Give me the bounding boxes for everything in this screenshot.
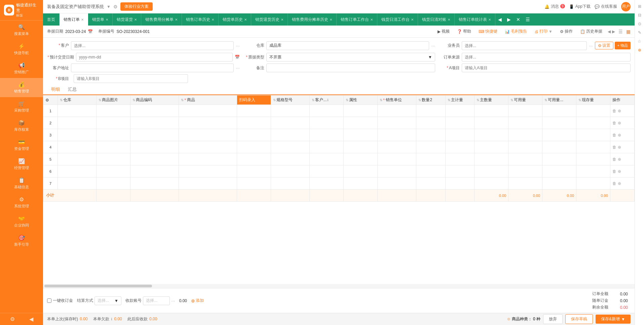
table-cell[interactable]: [576, 117, 610, 129]
col-sort-icon[interactable]: ⇅: [477, 98, 479, 102]
tab-close-icon[interactable]: ✕: [411, 18, 414, 22]
table-cell[interactable]: [97, 153, 130, 165]
tab-return-history[interactable]: 销货退货历史 ✕: [251, 13, 288, 26]
column-settings-icon[interactable]: ⚙: [45, 98, 49, 103]
table-cell[interactable]: [58, 129, 97, 141]
tab-close-icon[interactable]: ✕: [175, 18, 178, 22]
table-cell[interactable]: [179, 129, 237, 141]
table-cell[interactable]: [344, 165, 378, 177]
table-cell[interactable]: [310, 153, 344, 165]
calendar-icon[interactable]: 📅: [88, 29, 93, 34]
tab-detail[interactable]: 明细: [47, 84, 64, 95]
col-settings[interactable]: ⚙: [43, 95, 58, 105]
table-cell[interactable]: [445, 177, 474, 190]
table-cell[interactable]: [416, 117, 445, 129]
table-cell[interactable]: [475, 117, 508, 129]
row-actions[interactable]: 🗑⊕: [610, 129, 634, 141]
tab-sales-order[interactable]: 销售订单 ✕: [60, 13, 88, 26]
table-cell[interactable]: [576, 105, 610, 117]
table-cell[interactable]: [508, 165, 542, 177]
table-cell[interactable]: [508, 105, 542, 117]
table-row[interactable]: 2🗑⊕: [43, 117, 635, 129]
row-actions[interactable]: 🗑⊕: [610, 117, 634, 129]
col-sort-icon[interactable]: ⇅: [312, 98, 314, 102]
col-scan[interactable]: 扫码录入: [237, 95, 271, 105]
settings-icon[interactable]: ⚙: [113, 4, 118, 9]
table-cell[interactable]: [130, 141, 179, 153]
delete-icon[interactable]: 🗑: [612, 145, 616, 150]
add-goods-button[interactable]: + 物品: [615, 42, 631, 49]
copy-row-icon[interactable]: ⊕: [618, 181, 621, 186]
tab-close-icon[interactable]: ✕: [212, 18, 214, 22]
operation-btn[interactable]: ⚙ 操作: [558, 28, 575, 35]
tab-close-icon[interactable]: ✕: [134, 18, 137, 22]
col-sort-icon[interactable]: ⇅: [380, 98, 382, 102]
delete-icon[interactable]: 🗑: [612, 169, 616, 174]
tab-sales-invoice[interactable]: 销货单 ✕: [88, 13, 113, 26]
horizontal-scrollbar[interactable]: [44, 285, 152, 287]
tab-close-icon[interactable]: ✕: [448, 18, 450, 22]
right-sidebar-btn-6[interactable]: ⊕: [636, 46, 643, 54]
tab-close-icon[interactable]: ✕: [106, 18, 108, 22]
delete-icon[interactable]: 🗑: [612, 109, 616, 113]
table-cell[interactable]: [416, 105, 445, 117]
copy-row-icon[interactable]: ⊕: [618, 109, 621, 113]
table-row[interactable]: 3🗑⊕: [43, 129, 635, 141]
table-cell[interactable]: [58, 153, 97, 165]
col-sort-icon[interactable]: ⇅: [510, 98, 513, 102]
table-cell[interactable]: [475, 153, 508, 165]
table-cell[interactable]: [97, 129, 130, 141]
table-cell[interactable]: [310, 129, 344, 141]
table-cell[interactable]: [576, 129, 610, 141]
row-actions[interactable]: 🗑⊕: [610, 153, 634, 165]
video-help-btn[interactable]: ▶ 视频: [435, 28, 452, 35]
tab-next-btn[interactable]: ▶: [504, 13, 514, 26]
industry-button[interactable]: 体验行业方案: [120, 2, 153, 11]
delete-icon[interactable]: 🗑: [612, 181, 616, 186]
dropdown-arrow-icon[interactable]: ▼: [107, 4, 111, 9]
table-cell[interactable]: [130, 177, 179, 190]
order-source-input[interactable]: [462, 53, 631, 62]
app-download-btn[interactable]: 📱 App下载: [569, 4, 591, 9]
table-cell[interactable]: [58, 117, 97, 129]
delete-icon[interactable]: 🗑: [612, 121, 616, 125]
sidebar-item-marketing[interactable]: 📢 营销推广: [0, 59, 43, 78]
table-container[interactable]: ⚙ ⇅ 仓库 ⇅: [43, 95, 635, 284]
address-expand-icon[interactable]: ···: [236, 65, 240, 71]
table-cell[interactable]: [58, 177, 97, 190]
table-cell[interactable]: [271, 141, 310, 153]
table-cell[interactable]: [416, 129, 445, 141]
copy-row-icon[interactable]: ⊕: [618, 133, 621, 137]
row-actions[interactable]: 🗑⊕: [610, 105, 634, 117]
table-cell[interactable]: [445, 117, 474, 129]
table-cell[interactable]: [237, 141, 271, 153]
table-cell[interactable]: [475, 177, 508, 190]
tab-close-icon[interactable]: ✕: [330, 18, 332, 22]
view-toggle-grid-icon[interactable]: ▦: [626, 29, 631, 34]
table-cell[interactable]: [576, 165, 610, 177]
a-project-input[interactable]: [462, 64, 631, 72]
discard-button[interactable]: 放弃: [543, 314, 563, 324]
save-draft-button[interactable]: 保存草稿: [565, 314, 593, 324]
sidebar-item-operations[interactable]: 📈 经营管理: [0, 155, 43, 174]
col-sort-icon[interactable]: ⇅: [578, 98, 581, 102]
table-cell[interactable]: [310, 165, 344, 177]
table-cell[interactable]: [310, 105, 344, 117]
sidebar-item-basics[interactable]: 📋 基础信息: [0, 174, 43, 193]
notification-btn[interactable]: 🔔 消息 9: [544, 4, 565, 9]
delivery-calendar-icon[interactable]: 📅: [235, 55, 240, 59]
table-cell[interactable]: [344, 117, 378, 129]
table-cell[interactable]: [271, 117, 310, 129]
table-cell[interactable]: [97, 177, 130, 190]
sidebar-item-guide[interactable]: 🎯 新手引导: [0, 231, 43, 250]
table-cell[interactable]: [97, 105, 130, 117]
save-new-button[interactable]: 保存&新增 ▼: [596, 315, 631, 324]
sidebar-item-inventory[interactable]: 📦 库存核算: [0, 116, 43, 135]
payment-method-select[interactable]: 选择... ▼: [94, 296, 121, 305]
table-cell[interactable]: [416, 165, 445, 177]
help-btn[interactable]: ❓ 帮助: [455, 28, 473, 35]
table-cell[interactable]: [576, 141, 610, 153]
table-cell[interactable]: [508, 153, 542, 165]
table-cell[interactable]: [130, 153, 179, 165]
table-cell[interactable]: [58, 141, 97, 153]
